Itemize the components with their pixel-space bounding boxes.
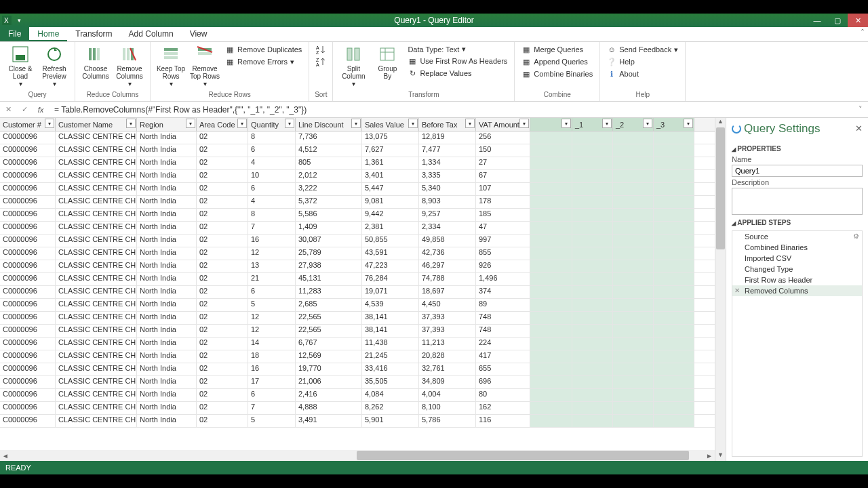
table-cell[interactable]: 6,767	[296, 338, 362, 350]
table-cell[interactable]	[572, 363, 613, 375]
table-cell[interactable]: C0000096	[0, 299, 56, 311]
scroll-left-icon[interactable]: ◄	[0, 452, 11, 460]
table-cell[interactable]: C0000096	[0, 350, 56, 363]
table-cell[interactable]: 02	[197, 247, 248, 260]
table-cell[interactable]: North India	[137, 325, 197, 337]
horizontal-scrollbar[interactable]: ◄ ►	[0, 450, 715, 461]
merge-queries-button[interactable]: ▦Merge Queries	[519, 43, 595, 56]
table-cell[interactable]: 18	[248, 350, 296, 363]
table-cell[interactable]: 9,081	[362, 196, 419, 208]
about-button[interactable]: ℹAbout	[604, 68, 681, 80]
table-cell[interactable]: 224	[476, 338, 530, 350]
table-cell[interactable]: 9,257	[419, 209, 476, 221]
table-cell[interactable]	[572, 170, 613, 182]
data-type-button[interactable]: Data Type: Text ▾	[405, 43, 510, 55]
tab-transform[interactable]: Transform	[67, 27, 120, 41]
table-cell[interactable]: 02	[197, 196, 248, 208]
table-cell[interactable]: North India	[137, 299, 197, 311]
table-cell[interactable]: 02	[197, 338, 248, 350]
table-cell[interactable]: 42,736	[419, 247, 476, 260]
scroll-up-icon[interactable]: ▲	[715, 118, 726, 127]
table-cell[interactable]: North India	[137, 350, 197, 363]
table-cell[interactable]	[572, 415, 613, 427]
table-cell[interactable]: 116	[476, 415, 530, 427]
table-cell[interactable]: CLASSIC CENTRE CHD	[56, 312, 137, 324]
table-cell[interactable]: 162	[476, 402, 530, 414]
refresh-preview-button[interactable]: Refresh Preview ▾	[38, 43, 71, 89]
applied-step[interactable]: Changed Type	[732, 264, 862, 274]
column-header[interactable]: Sales Value▾	[362, 118, 419, 131]
table-cell[interactable]: 178	[476, 196, 530, 208]
table-cell[interactable]	[654, 170, 694, 182]
table-cell[interactable]: 3,222	[296, 183, 362, 195]
table-cell[interactable]	[530, 273, 572, 285]
keep-top-rows-button[interactable]: Keep Top Rows ▾	[155, 43, 187, 89]
column-header[interactable]: Quantity▾	[248, 118, 296, 131]
table-cell[interactable]	[572, 260, 613, 272]
tab-home[interactable]: Home	[29, 27, 67, 41]
table-cell[interactable]: 6	[248, 144, 296, 157]
table-cell[interactable]	[654, 222, 694, 234]
table-cell[interactable]: 5,447	[362, 183, 419, 195]
table-cell[interactable]: 18,697	[419, 286, 476, 298]
table-cell[interactable]	[613, 260, 654, 272]
table-cell[interactable]: CLASSIC CENTRE CHD	[56, 325, 137, 337]
table-cell[interactable]: 02	[197, 170, 248, 182]
table-cell[interactable]: 12	[248, 247, 296, 260]
table-cell[interactable]: C0000096	[0, 338, 56, 350]
hscroll-thumb[interactable]	[357, 451, 689, 460]
table-row[interactable]: C0000096CLASSIC CENTRE CHDNorth India021…	[0, 312, 715, 325]
table-cell[interactable]: 10	[248, 170, 296, 182]
table-cell[interactable]: 7	[248, 222, 296, 234]
table-cell[interactable]: CLASSIC CENTRE CHD	[56, 273, 137, 285]
table-cell[interactable]	[572, 376, 613, 388]
table-row[interactable]: C0000096CLASSIC CENTRE CHDNorth India026…	[0, 286, 715, 299]
table-cell[interactable]	[530, 325, 572, 337]
help-button[interactable]: ❔Help	[604, 56, 681, 68]
table-cell[interactable]: 74,788	[419, 273, 476, 285]
table-cell[interactable]: C0000096	[0, 170, 56, 182]
table-cell[interactable]: North India	[137, 183, 197, 195]
table-cell[interactable]: C0000096	[0, 247, 56, 260]
table-cell[interactable]: 256	[476, 131, 530, 144]
table-cell[interactable]	[613, 131, 654, 144]
column-header[interactable]: _1▾	[572, 118, 613, 131]
table-row[interactable]: C0000096CLASSIC CENTRE CHDNorth India021…	[0, 338, 715, 350]
table-cell[interactable]: North India	[137, 144, 197, 157]
tab-add-column[interactable]: Add Column	[121, 27, 182, 41]
table-cell[interactable]	[530, 209, 572, 221]
table-cell[interactable]: 5	[248, 299, 296, 311]
table-row[interactable]: C0000096CLASSIC CENTRE CHDNorth India021…	[0, 325, 715, 338]
table-cell[interactable]: 997	[476, 235, 530, 247]
table-cell[interactable]: 34,809	[419, 376, 476, 388]
table-cell[interactable]	[572, 273, 613, 285]
table-cell[interactable]	[654, 286, 694, 298]
table-cell[interactable]: 02	[197, 209, 248, 221]
table-cell[interactable]	[572, 196, 613, 208]
table-cell[interactable]: North India	[137, 312, 197, 324]
remove-columns-button[interactable]: Remove Columns ▾	[113, 43, 146, 89]
table-cell[interactable]	[613, 144, 654, 157]
table-cell[interactable]: CLASSIC CENTRE CHD	[56, 183, 137, 195]
table-row[interactable]: C0000096CLASSIC CENTRE CHDNorth India025…	[0, 415, 715, 428]
append-queries-button[interactable]: ▦Append Queries	[519, 56, 595, 68]
table-cell[interactable]: North India	[137, 286, 197, 298]
table-cell[interactable]: 11,283	[296, 286, 362, 298]
table-cell[interactable]: CLASSIC CENTRE CHD	[56, 222, 137, 234]
table-cell[interactable]: C0000096	[0, 376, 56, 388]
table-cell[interactable]: 21,006	[296, 376, 362, 388]
remove-errors-button[interactable]: ▦Remove Errors ▾	[222, 56, 304, 68]
table-cell[interactable]: 374	[476, 286, 530, 298]
table-cell[interactable]: 185	[476, 209, 530, 221]
expand-formula-button[interactable]: ˅	[856, 105, 865, 114]
table-cell[interactable]: 12	[248, 325, 296, 337]
column-header[interactable]: VAT Amount▾	[476, 118, 530, 131]
table-cell[interactable]	[572, 157, 613, 169]
filter-dropdown-icon[interactable]: ▾	[465, 119, 475, 128]
table-cell[interactable]: 17	[248, 376, 296, 388]
table-cell[interactable]	[572, 131, 613, 144]
table-cell[interactable]: 25,789	[296, 247, 362, 260]
table-cell[interactable]: 4,888	[296, 402, 362, 414]
table-cell[interactable]: 02	[197, 235, 248, 247]
table-cell[interactable]	[572, 222, 613, 234]
